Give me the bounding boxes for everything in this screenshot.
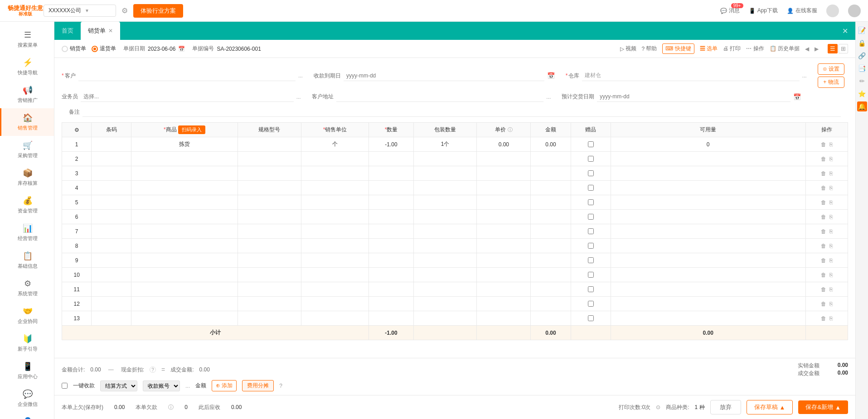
- cell-gift[interactable]: [571, 210, 611, 224]
- gift-checkbox[interactable]: [588, 272, 594, 278]
- settings-icon[interactable]: ⚙: [121, 6, 128, 15]
- sidebar-item-basic-info[interactable]: 📋基础信息: [0, 246, 54, 274]
- sidebar-item-member[interactable]: 👤畅会员: [0, 412, 54, 419]
- delete-icon[interactable]: 🗑: [821, 272, 826, 278]
- float-edit-icon[interactable]: 📝: [857, 25, 867, 35]
- cell-unit[interactable]: 个: [301, 137, 369, 152]
- company-selector[interactable]: XXXXXX公司 ▼: [44, 5, 116, 17]
- settlement-method-select[interactable]: 结算方式: [100, 380, 137, 391]
- radio-sales-order[interactable]: 销货单: [62, 45, 86, 53]
- tab-close-icon[interactable]: ✕: [108, 28, 113, 34]
- copy-icon[interactable]: ⎘: [829, 315, 833, 322]
- cell-unitprice[interactable]: [477, 253, 531, 268]
- delivery-date-calendar-icon[interactable]: 📅: [793, 93, 801, 101]
- close-all-tabs[interactable]: ✕: [842, 27, 848, 35]
- one-click-pay-checkbox[interactable]: [62, 383, 68, 389]
- cell-product[interactable]: [131, 181, 238, 195]
- cell-pkgqty[interactable]: [413, 181, 477, 195]
- cell-spec[interactable]: [238, 195, 301, 210]
- cell-unit[interactable]: [301, 181, 369, 195]
- copy-icon[interactable]: ⎘: [829, 272, 833, 278]
- copy-icon[interactable]: ⎘: [829, 257, 833, 264]
- cell-amount[interactable]: [531, 239, 571, 253]
- cell-gift[interactable]: [571, 297, 611, 311]
- cell-gift[interactable]: [571, 253, 611, 268]
- cell-qty[interactable]: [369, 282, 413, 297]
- total-owed-icon[interactable]: ⓘ: [168, 404, 174, 411]
- cell-product[interactable]: [131, 253, 238, 268]
- cell-barcode[interactable]: [92, 311, 131, 326]
- cell-qty[interactable]: [369, 224, 413, 239]
- cell-barcode[interactable]: [92, 239, 131, 253]
- scan-button[interactable]: 扫码录入: [178, 125, 205, 134]
- cell-unit[interactable]: [301, 297, 369, 311]
- gift-checkbox[interactable]: [588, 170, 594, 176]
- cell-unit[interactable]: [301, 210, 369, 224]
- shortcut-btn[interactable]: ⌨ 快捷键: [662, 43, 694, 54]
- delete-icon[interactable]: 🗑: [821, 156, 826, 162]
- cell-spec[interactable]: [238, 166, 301, 181]
- float-lock-icon[interactable]: 🔒: [857, 38, 867, 48]
- cell-gift[interactable]: [571, 152, 611, 166]
- cell-barcode[interactable]: [92, 268, 131, 282]
- copy-icon[interactable]: ⎘: [829, 286, 833, 293]
- expense-help-icon[interactable]: ?: [279, 383, 282, 389]
- cell-gift[interactable]: [571, 224, 611, 239]
- sidebar-item-app-center[interactable]: 📱应用中心: [0, 357, 54, 385]
- cell-unitprice[interactable]: [477, 224, 531, 239]
- cell-spec[interactable]: [238, 239, 301, 253]
- cell-spec[interactable]: [238, 268, 301, 282]
- cell-barcode[interactable]: [92, 253, 131, 268]
- cell-unit[interactable]: [301, 239, 369, 253]
- tab-sales-order[interactable]: 销货单 ✕: [81, 22, 120, 40]
- cell-product[interactable]: [131, 195, 238, 210]
- history-btn[interactable]: 📋 历史单据: [770, 45, 800, 53]
- sidebar-item-guide[interactable]: 🔰新手引导: [0, 329, 54, 357]
- cell-unit[interactable]: [301, 224, 369, 239]
- cell-pkgqty[interactable]: [413, 253, 477, 268]
- cell-barcode[interactable]: [92, 166, 131, 181]
- copy-icon[interactable]: ⎘: [829, 170, 833, 177]
- cell-qty[interactable]: [369, 195, 413, 210]
- message-item[interactable]: 💬 消息 99+: [720, 7, 740, 14]
- cell-spec[interactable]: [238, 152, 301, 166]
- delete-icon[interactable]: 🗑: [821, 315, 826, 322]
- due-date-input[interactable]: [344, 71, 544, 81]
- nav-prev-icon[interactable]: ◀: [805, 46, 809, 52]
- save-new-button[interactable]: 保存&新增 ▲: [798, 400, 848, 414]
- cell-product[interactable]: [131, 282, 238, 297]
- cell-unitprice[interactable]: [477, 181, 531, 195]
- cell-qty[interactable]: [369, 152, 413, 166]
- cell-unit[interactable]: [301, 311, 369, 326]
- cell-product[interactable]: [131, 239, 238, 253]
- cell-amount[interactable]: 0.00: [531, 137, 571, 152]
- delete-icon[interactable]: 🗑: [821, 199, 826, 206]
- cell-product[interactable]: [131, 224, 238, 239]
- gift-checkbox[interactable]: [588, 199, 594, 205]
- delivery-date-input[interactable]: [597, 92, 790, 102]
- abandon-button[interactable]: 放弃: [710, 400, 741, 414]
- cell-spec[interactable]: [238, 253, 301, 268]
- cell-unitprice[interactable]: 0.00: [477, 137, 531, 152]
- customer-address-input[interactable]: [336, 92, 544, 102]
- cell-qty[interactable]: [369, 297, 413, 311]
- gift-checkbox[interactable]: [588, 257, 594, 263]
- cell-amount[interactable]: [531, 253, 571, 268]
- sidebar-item-system[interactable]: ⚙系统管理: [0, 274, 54, 302]
- float-notify-icon[interactable]: 🔔: [857, 101, 867, 111]
- cell-pkgqty[interactable]: [413, 224, 477, 239]
- warehouse-input[interactable]: [582, 71, 799, 81]
- copy-icon[interactable]: ⎘: [829, 141, 833, 148]
- cell-pkgqty[interactable]: [413, 152, 477, 166]
- delete-icon[interactable]: 🗑: [821, 141, 826, 148]
- cell-spec[interactable]: [238, 282, 301, 297]
- float-star-icon[interactable]: ⭐: [857, 89, 867, 99]
- cell-spec[interactable]: [238, 210, 301, 224]
- cell-barcode[interactable]: [92, 297, 131, 311]
- notes-input[interactable]: [82, 107, 841, 117]
- cell-amount[interactable]: [531, 166, 571, 181]
- cell-qty[interactable]: [369, 268, 413, 282]
- gift-checkbox[interactable]: [588, 301, 594, 307]
- gift-checkbox[interactable]: [588, 141, 594, 147]
- cell-barcode[interactable]: [92, 195, 131, 210]
